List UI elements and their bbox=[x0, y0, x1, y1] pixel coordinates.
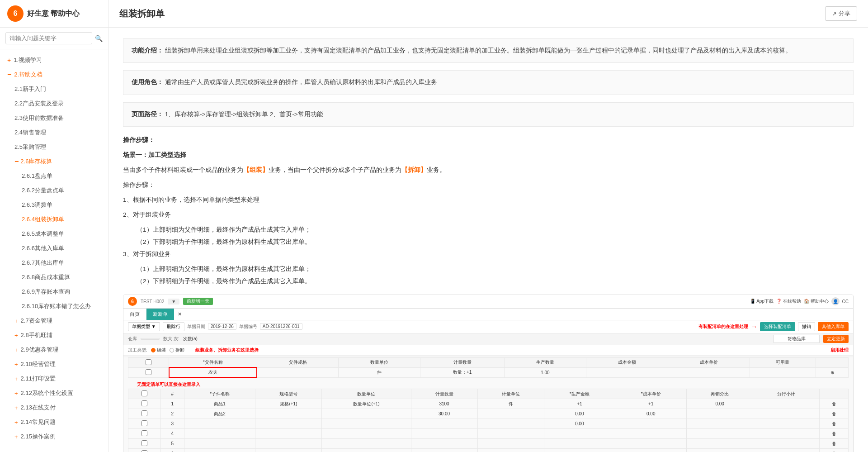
sidebar-item-2-6-7[interactable]: 2.6.7其他出库单 bbox=[0, 256, 108, 270]
mock-td2-op6[interactable]: 🗑 bbox=[820, 449, 849, 452]
mock-td2-op5[interactable]: 🗑 bbox=[820, 439, 849, 449]
plus-icon: + bbox=[14, 419, 18, 426]
sidebar-label: 2.4销售管理 bbox=[14, 128, 46, 137]
sidebar-item-2-6-3[interactable]: 2.6.3调拨单 bbox=[0, 198, 108, 212]
mock-td2-pa1: +1 bbox=[544, 399, 615, 409]
search-box: 🔍 bbox=[0, 28, 108, 49]
mock-app-id: TEST-H002 bbox=[141, 299, 164, 304]
mock-row-checkbox[interactable] bbox=[146, 369, 151, 375]
sidebar-item-2-10[interactable]: + 2.10经营管理 bbox=[0, 357, 108, 371]
mock-td2-op2[interactable]: 🗑 bbox=[820, 409, 849, 419]
search-icon[interactable]: 🔍 bbox=[95, 35, 103, 42]
mock-td-available bbox=[750, 367, 816, 377]
mock-row2-cb3[interactable] bbox=[142, 420, 147, 426]
sidebar-item-2-3[interactable]: 2.3使用前数据准备 bbox=[0, 111, 108, 125]
sidebar-label: 2.6.1盘点单 bbox=[22, 172, 52, 180]
mock-annotation-type: 组装业务、拆卸业务在这里选择 bbox=[195, 347, 259, 353]
mock-checkbox-all2[interactable] bbox=[142, 390, 147, 396]
share-icon: ↗ bbox=[832, 10, 837, 17]
sidebar-item-2-6-1[interactable]: 2.6.1盘点单 bbox=[0, 169, 108, 183]
radio-checked bbox=[151, 348, 156, 352]
mock-dropdown[interactable]: ▼ bbox=[168, 299, 179, 305]
sidebar-item-2-6-2[interactable]: 2.6.2分量盘点单 bbox=[0, 183, 108, 198]
mock-form-date-label: 单据日期 bbox=[187, 324, 205, 330]
sidebar-label: 2.6.5成本调整单 bbox=[22, 230, 64, 238]
path-box: 页面路径： 1、库存核算->库存管理->组装拆卸单 2、首页->常用功能 bbox=[123, 102, 854, 127]
mock-td-qty-unit: 件 bbox=[339, 367, 420, 377]
sidebar-label: 2.6.6其他入库单 bbox=[22, 244, 64, 252]
mock-tab-close[interactable]: ✕ bbox=[174, 310, 185, 319]
sidebar-item-video-learning[interactable]: + 1.视频学习 bbox=[0, 53, 108, 67]
mock-type-option2[interactable]: 拆卸 bbox=[170, 347, 184, 353]
sidebar-item-2-12[interactable]: + 2.12系统个性化设置 bbox=[0, 386, 108, 400]
sidebar-item-2-6-9[interactable]: 2.6.9库存账本查询 bbox=[0, 285, 108, 299]
mock-row2-cb5[interactable] bbox=[142, 440, 147, 446]
mock-td-parent-spec bbox=[257, 367, 339, 377]
sidebar-item-2-2[interactable]: 2.2产品安装及登录 bbox=[0, 96, 108, 111]
mock-search-btn[interactable]: 立定更新 bbox=[823, 335, 849, 343]
sidebar-label: 2.2产品安装及登录 bbox=[14, 100, 64, 108]
sidebar-item-2-15[interactable]: + 2.15操作案例 bbox=[0, 429, 108, 444]
mock-form-order-value: AD-20191226-001 bbox=[260, 323, 302, 330]
sidebar-item-2-9[interactable]: + 2.9优惠券管理 bbox=[0, 343, 108, 357]
mock-td-parent-name[interactable]: 农夫 bbox=[169, 367, 257, 377]
mock-warehouse-value[interactable] bbox=[141, 338, 160, 340]
mock-btn-bom[interactable]: 选择装配清单 bbox=[760, 322, 795, 331]
sidebar-item-2-5[interactable]: 2.5采购管理 bbox=[0, 140, 108, 154]
sidebar-item-2-13[interactable]: + 2.13在线支付 bbox=[0, 400, 108, 415]
mock-checkbox-all[interactable] bbox=[146, 359, 151, 365]
mock-td2-mq2: 30.00 bbox=[411, 409, 477, 419]
mock-th2-subtotal: 分行小计 bbox=[753, 389, 820, 399]
share-button[interactable]: ↗ 分享 bbox=[825, 6, 857, 21]
mock-td2-pa3: 0.00 bbox=[544, 419, 615, 429]
mock-td2-op3[interactable]: 🗑 bbox=[820, 419, 849, 429]
search-input[interactable] bbox=[5, 32, 92, 44]
sidebar-item-2-6-8[interactable]: 2.6.8商品成本重算 bbox=[0, 270, 108, 285]
sidebar-item-2-7[interactable]: + 2.7资金管理 bbox=[0, 314, 108, 328]
sidebar-item-2-6[interactable]: − 2.6库存核算 bbox=[0, 154, 108, 169]
mock-search-input[interactable]: 货物品库 bbox=[774, 335, 820, 343]
mock-row2-cb1[interactable] bbox=[142, 400, 147, 406]
mock-td2-op1[interactable]: 🗑 bbox=[820, 399, 849, 409]
mock-th-cost-price: 成本单价 bbox=[668, 357, 750, 367]
table-row: 2 商品2 30.00 0.00 0.00 🗑 bbox=[128, 409, 849, 419]
sidebar-item-2-8[interactable]: + 2.8手机旺辅 bbox=[0, 328, 108, 343]
sidebar-item-2-6-10[interactable]: 2.6.10库存账本错了怎么办 bbox=[0, 299, 108, 314]
table-row: 4🗑 bbox=[128, 429, 849, 439]
sidebar-item-2-1[interactable]: 2.1新手入门 bbox=[0, 82, 108, 96]
mock-row2-cb6[interactable] bbox=[142, 450, 147, 452]
mock-parent-table-section: *父件名称 父件规格 数量单位 计量数量 生产数量 成本金额 成本单价 可用量 bbox=[123, 357, 853, 380]
mock-type-label-assemble: 组装 bbox=[157, 347, 166, 353]
sidebar-item-2-6-6[interactable]: 2.6.6其他入库单 bbox=[0, 241, 108, 256]
steps-section: 操作步骤： 场景一：加工类型选择 当由多个子件材料组装成一个成品的业务为【组装】… bbox=[123, 134, 854, 287]
sidebar-item-2-11[interactable]: + 2.11打印设置 bbox=[0, 371, 108, 386]
mock-th2-spec: 规格型号 bbox=[255, 389, 322, 399]
mock-btn-audit[interactable]: 撤销 bbox=[798, 322, 815, 331]
mock-th2-cost-price: *成本单价 bbox=[615, 389, 687, 399]
sidebar-label: 2.6.9库存账本查询 bbox=[22, 288, 70, 296]
sidebar-label: 2.13在线支付 bbox=[21, 404, 56, 412]
path-label: 页面路径： bbox=[132, 111, 163, 118]
mock-row2-cb4[interactable] bbox=[142, 430, 147, 436]
mock-row2-cb2[interactable] bbox=[142, 410, 147, 416]
mock-btn-approve[interactable]: 其他入库单 bbox=[818, 322, 849, 331]
sidebar-item-2-14[interactable]: + 2.14常见问题 bbox=[0, 415, 108, 429]
sidebar-item-help-docs[interactable]: − 2.帮助文档 bbox=[0, 67, 108, 82]
mock-td-row-ops[interactable]: ⊕ bbox=[816, 367, 849, 377]
mock-parent-table: *父件名称 父件规格 数量单位 计量数量 生产数量 成本金额 成本单价 可用量 bbox=[128, 357, 849, 378]
mock-new-btn[interactable]: 前新增一天 bbox=[183, 298, 213, 305]
mock-btn-type-select[interactable]: 单据类型 ▼ bbox=[128, 322, 160, 331]
mock-th-parent-name: *父件名称 bbox=[169, 357, 257, 367]
mock-td2-op4[interactable]: 🗑 bbox=[820, 429, 849, 439]
mock-tab-home[interactable]: 自页 bbox=[123, 309, 146, 320]
mock-type-option1[interactable]: 组装 bbox=[151, 347, 166, 353]
minus-icon: − bbox=[7, 71, 11, 79]
mock-tab-new[interactable]: 新新单 bbox=[146, 309, 174, 320]
sidebar-item-2-6-4[interactable]: 2.6.4组装拆卸单 bbox=[0, 212, 108, 227]
sidebar-item-2-6-5[interactable]: 2.6.5成本调整单 bbox=[0, 227, 108, 241]
sidebar-item-2-4[interactable]: 2.4销售管理 bbox=[0, 125, 108, 140]
step-1: 1、根据不同的业务，选择不同单据的类型来处理 bbox=[123, 194, 854, 206]
mock-btn-delete[interactable]: 删除行 bbox=[163, 322, 184, 331]
mock-th-cost-amount: 成本金额 bbox=[586, 357, 668, 367]
plus-icon: + bbox=[14, 404, 18, 411]
